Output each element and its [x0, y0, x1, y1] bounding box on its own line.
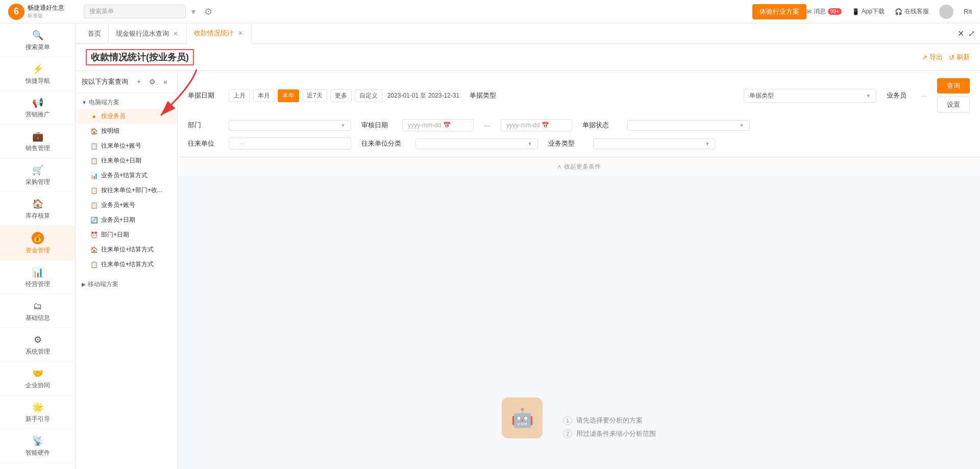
sidebar-item-guide[interactable]: 🌟 新手引导: [0, 395, 75, 429]
scheme-item-unit-account[interactable]: 📋 往来单位+账号: [76, 138, 177, 153]
scheme-unit-account-label: 往来单位+账号: [101, 142, 141, 150]
scheme-sp-account-label: 业务员+账号: [101, 201, 135, 209]
sidebar-item-quick[interactable]: ⚡ 快捷导航: [0, 57, 75, 91]
scheme-mobile-header[interactable]: ▶ 移动端方案: [76, 278, 177, 291]
app-name: 畅捷通好生意: [28, 4, 64, 12]
tab-expand[interactable]: ⤢: [968, 29, 975, 38]
biz-type-label: 业务类型: [548, 139, 579, 148]
sidebar-item-marketing[interactable]: 📢 营销推广: [0, 91, 75, 125]
counterparty-cat-label: 往来单位分类: [361, 139, 401, 148]
app-edition: 标准版: [28, 12, 64, 19]
scheme-item-unit-settle1[interactable]: 🏠 往来单位+结算方式: [76, 242, 177, 257]
tab-bar: 首页 现金银行流水查询 ✕ 收款情况统计 ✕ ✕ ⤢: [76, 24, 980, 44]
refresh-label: 刷新: [957, 53, 970, 62]
doc-type-select[interactable]: 单据类型 ▼: [744, 89, 876, 103]
tab-actions: ✕ ⤢: [958, 29, 975, 38]
scheme-header: 按以下方案查询 ＋ ⚙ «: [76, 71, 177, 93]
date-btn-more[interactable]: 更多: [330, 89, 352, 102]
user-name[interactable]: Rit: [964, 8, 972, 15]
sidebar-label-basic: 基础信息: [26, 314, 50, 322]
salesperson-more-icon[interactable]: ···: [921, 92, 927, 100]
tab-collection-label: 收款情况统计: [194, 29, 234, 38]
tab-close-all[interactable]: ✕: [958, 29, 964, 38]
message-nav[interactable]: ✉ 消息 99+: [806, 7, 842, 16]
scheme-header-actions: ＋ ⚙ «: [133, 76, 171, 87]
date-btn-last-month[interactable]: 上月: [229, 89, 250, 102]
scheme-unit-date-label: 往来单位+日期: [101, 156, 141, 165]
user-avatar[interactable]: [939, 5, 953, 19]
trial-button[interactable]: 体验行业方案: [752, 4, 806, 19]
date-btn-custom[interactable]: 自定义: [355, 89, 382, 102]
tab-bank[interactable]: 现金银行流水查询 ✕: [109, 24, 187, 44]
sidebar-item-system[interactable]: ⚙ 系统管理: [0, 328, 75, 362]
scheme-unit-settle2-icon: 📋: [90, 261, 98, 269]
filter-row-3: 往来单位 ··· 往来单位分类 ▼ 业务类型 ▼: [188, 137, 970, 150]
message-icon: ✉: [806, 8, 812, 15]
scheme-item-sp-account[interactable]: 📋 业务员+账号: [76, 198, 177, 213]
scheme-item-salesperson[interactable]: ● 按业务员: [76, 109, 177, 124]
hardware-icon: 📡: [32, 435, 43, 447]
online-service-nav[interactable]: 🎧 在线客服: [895, 7, 929, 16]
sidebar-item-enterprise[interactable]: 🤝 企业协同: [0, 362, 75, 395]
sidebar-item-search[interactable]: 🔍 搜索菜单: [0, 24, 75, 57]
scheme-add-button[interactable]: ＋: [133, 76, 144, 87]
scheme-unit-settle2-label: 往来单位+结算方式: [101, 260, 154, 269]
doc-status-select[interactable]: ▼: [627, 120, 750, 131]
sidebar-label-search: 搜索菜单: [26, 43, 50, 52]
scheme-item-unit-dept[interactable]: 📋 按往来单位+部门+收...: [76, 183, 177, 198]
search-dropdown-icon[interactable]: ▼: [190, 8, 197, 16]
scheme-gear-button[interactable]: ⚙: [146, 76, 158, 87]
review-date-from[interactable]: yyyy-mm-dd 📅: [402, 119, 474, 131]
sidebar-item-purchase[interactable]: 🛒 采购管理: [0, 158, 75, 192]
empty-tip-1: 1 请先选择要分析的方案: [563, 416, 656, 425]
setting-button[interactable]: 设置: [937, 97, 970, 113]
system-icon: ⚙: [32, 334, 43, 345]
tab-bank-close[interactable]: ✕: [172, 29, 179, 38]
sidebar-label-purchase: 采购管理: [26, 178, 50, 186]
scheme-collapse-button[interactable]: «: [160, 76, 171, 87]
refresh-button[interactable]: ↺ 刷新: [949, 53, 970, 62]
sidebar-item-operations[interactable]: 📊 经营管理: [0, 261, 75, 294]
filter-row-1: 单据日期 上月 本月 本年 近7天 更多 自定义 2023-01-01 至 20…: [188, 78, 970, 113]
scheme-item-unit-settle2[interactable]: 📋 往来单位+结算方式: [76, 257, 177, 272]
biz-type-select[interactable]: ▼: [593, 138, 716, 149]
collapse-more-btn[interactable]: ∧ 收起更多条件: [178, 157, 980, 176]
tab-home[interactable]: 首页: [81, 24, 109, 44]
dept-select[interactable]: ▼: [229, 120, 351, 131]
query-button[interactable]: 查询: [937, 78, 970, 93]
scheme-desktop-header[interactable]: ▼ 电脑端方案: [76, 96, 177, 109]
sidebar-item-sales[interactable]: 💼 销售管理: [0, 125, 75, 158]
tip-num-2: 2: [563, 429, 572, 438]
date-btn-this-month[interactable]: 本月: [253, 89, 275, 102]
quick-icon: ⚡: [32, 63, 43, 75]
tip-text-2: 用过滤条件来缩小分析范围: [576, 429, 656, 438]
sidebar-label-guide: 新手引导: [26, 415, 50, 424]
counterparty-filter-label: 往来单位: [188, 139, 218, 148]
date-btn-7days[interactable]: 近7天: [302, 89, 327, 102]
sidebar-item-basic[interactable]: 🗂 基础信息: [0, 294, 75, 328]
scheme-dept-date-icon: ⏰: [90, 231, 98, 239]
app-download-nav[interactable]: 📱 App下载: [852, 7, 885, 16]
review-date-to[interactable]: yyyy-mm-dd 📅: [501, 119, 572, 131]
scheme-item-dept-date[interactable]: ⏰ 部门+日期: [76, 227, 177, 242]
date-filter-label: 单据日期: [188, 91, 218, 100]
salesperson-filter-label: 业务员: [887, 91, 917, 100]
settings-icon[interactable]: ⚙: [204, 6, 212, 17]
page-header-actions: ↗ 导出 ↺ 刷新: [922, 53, 970, 62]
scheme-item-detail[interactable]: 🏠 按明细: [76, 124, 177, 138]
tab-collection[interactable]: 收款情况统计 ✕: [187, 24, 252, 44]
counterparty-input[interactable]: ···: [229, 137, 351, 150]
counterparty-cat-select[interactable]: ▼: [415, 138, 538, 149]
export-button[interactable]: ↗ 导出: [922, 53, 943, 62]
date-btn-this-year[interactable]: 本年: [278, 89, 299, 102]
scheme-item-sp-settle[interactable]: 📊 业务员+结算方式: [76, 168, 177, 183]
purchase-icon: 🛒: [32, 165, 43, 176]
sidebar-item-inventory[interactable]: 🏠 库存核算: [0, 192, 75, 226]
sidebar-item-hardware[interactable]: 📡 智能硬件: [0, 429, 75, 463]
tab-collection-close[interactable]: ✕: [237, 29, 244, 38]
sidebar-item-wechat[interactable]: 💬 企业微信: [0, 463, 75, 469]
scheme-item-unit-date[interactable]: 📋 往来单位+日期: [76, 153, 177, 168]
sidebar-item-finance[interactable]: 💰 资金管理: [0, 226, 75, 261]
counterparty-more-icon[interactable]: ···: [239, 140, 244, 147]
scheme-item-sp-date[interactable]: 🔄 业务员+日期: [76, 213, 177, 227]
